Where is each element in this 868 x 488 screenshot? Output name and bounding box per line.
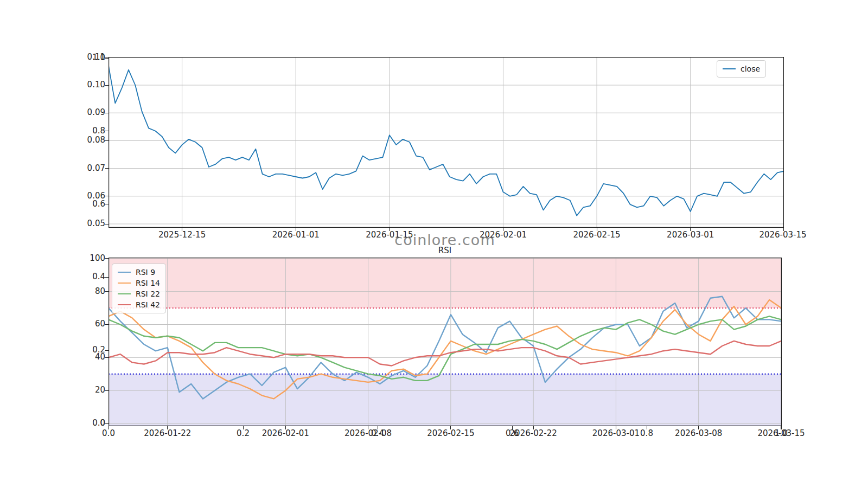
tick-mark xyxy=(105,350,108,351)
tick-mark xyxy=(105,357,108,358)
chart-figure: coinlore.com RSI close RSI 9RSI 14RSI 22… xyxy=(0,0,868,488)
tick-mark xyxy=(105,390,108,391)
price-legend: close xyxy=(717,60,766,78)
rsi-xtick-label: 2026-03-08 xyxy=(675,428,722,439)
price-chart-panel xyxy=(108,57,784,228)
tick-mark xyxy=(105,140,108,141)
overlay-ytick-label: 0.6 xyxy=(92,199,105,209)
tick-mark xyxy=(182,228,182,231)
tick-mark xyxy=(105,423,108,424)
overlay-xtick-label: 0.0 xyxy=(102,428,115,439)
legend-line-swatch xyxy=(118,293,131,294)
overlay-xtick-label: 0.2 xyxy=(237,428,250,439)
rsi-chart-panel xyxy=(108,258,782,426)
price-ytick-label: 0.09 xyxy=(87,107,105,118)
overbought-zone xyxy=(108,258,782,308)
tick-mark xyxy=(690,228,691,231)
tick-mark xyxy=(533,426,534,429)
price-xtick-label: 2026-03-01 xyxy=(667,230,714,240)
legend-line-swatch xyxy=(118,304,131,305)
tick-mark xyxy=(503,228,503,231)
tick-mark xyxy=(389,228,390,231)
legend-entry-rsi-22: RSI 22 xyxy=(118,288,160,299)
rsi-ytick-label: 80 xyxy=(95,286,105,297)
legend-entry-rsi-9: RSI 9 xyxy=(118,267,160,278)
tick-mark xyxy=(108,426,109,429)
price-xtick-label: 2026-02-15 xyxy=(573,230,620,240)
legend-label: RSI 22 xyxy=(136,290,160,298)
tick-mark xyxy=(105,196,108,196)
rsi-42-line xyxy=(108,341,781,366)
overlay-xtick-label: 0.6 xyxy=(506,428,519,439)
rsi-xtick-label: 2026-02-15 xyxy=(427,428,474,439)
oversold-zone xyxy=(108,374,782,426)
price-xtick-label: 2026-02-01 xyxy=(480,230,527,240)
price-xtick-label: 2026-03-15 xyxy=(759,230,806,240)
legend-label: close xyxy=(741,65,760,73)
tick-mark xyxy=(105,291,108,292)
tick-mark xyxy=(105,258,108,259)
rsi-xtick-label: 2026-03-01 xyxy=(592,428,640,439)
overlay-ytick-label: 1.0 xyxy=(92,53,105,63)
panel-spine xyxy=(109,57,784,228)
overlay-ytick-label: 0.0 xyxy=(92,418,105,428)
legend-entry-rsi-42: RSI 42 xyxy=(118,299,160,310)
legend-entry-close: close xyxy=(723,63,760,74)
tick-mark xyxy=(781,426,782,429)
tick-mark xyxy=(105,204,108,204)
price-ytick-label: 0.10 xyxy=(87,80,105,90)
legend-label: RSI 9 xyxy=(136,268,155,277)
price-xtick-label: 2025-12-15 xyxy=(158,230,206,240)
tick-mark xyxy=(105,324,108,325)
tick-mark xyxy=(105,85,108,86)
tick-mark xyxy=(105,58,108,59)
rsi-ytick-label: 100 xyxy=(90,253,105,264)
tick-mark xyxy=(105,224,108,224)
rsi-xtick-label: 2026-01-22 xyxy=(144,428,191,439)
tick-mark xyxy=(105,131,108,131)
price-xtick-label: 2026-01-15 xyxy=(366,230,413,240)
tick-mark xyxy=(647,426,647,429)
rsi-xtick-label: 2026-02-08 xyxy=(344,428,392,439)
rsi-legend: RSI 9RSI 14RSI 22RSI 42 xyxy=(112,264,166,313)
tick-mark xyxy=(105,277,108,278)
overlay-ytick-label: 0.4 xyxy=(92,272,105,282)
legend-line-swatch xyxy=(118,272,131,273)
price-ytick-label: 0.05 xyxy=(87,219,105,229)
legend-label: RSI 42 xyxy=(136,300,160,309)
price-ytick-label: 0.07 xyxy=(87,163,105,174)
tick-mark xyxy=(783,228,784,231)
overlay-xtick-label: 0.8 xyxy=(640,428,653,439)
tick-mark xyxy=(368,426,368,429)
legend-label: RSI 14 xyxy=(136,279,160,287)
price-xtick-label: 2026-01-01 xyxy=(272,230,320,240)
overlay-xtick-label: 0.4 xyxy=(371,428,384,439)
tick-mark xyxy=(597,228,597,231)
tick-mark xyxy=(285,426,286,429)
tick-mark xyxy=(105,168,108,169)
overlay-ytick-label: 0.8 xyxy=(92,126,105,136)
tick-mark xyxy=(243,426,244,429)
tick-mark xyxy=(512,426,513,429)
legend-line-swatch xyxy=(118,282,131,284)
tick-mark xyxy=(167,426,168,429)
tick-mark xyxy=(698,426,699,429)
rsi-ytick-label: 60 xyxy=(95,319,105,329)
tick-mark xyxy=(378,426,378,429)
tick-mark xyxy=(296,228,296,231)
overlay-ytick-label: 0.2 xyxy=(92,345,105,355)
rsi-xtick-label: 2026-02-01 xyxy=(262,428,309,439)
price-ytick-label: 0.08 xyxy=(87,135,105,145)
rsi-ytick-label: 20 xyxy=(95,385,105,395)
rsi-chart-title: RSI xyxy=(438,246,451,255)
tick-mark xyxy=(105,113,108,113)
tick-mark xyxy=(616,426,616,429)
legend-entry-rsi-14: RSI 14 xyxy=(118,278,160,288)
tick-mark xyxy=(450,426,451,429)
overlay-xtick-label: 1.0 xyxy=(775,428,788,439)
legend-line-swatch xyxy=(723,68,736,69)
